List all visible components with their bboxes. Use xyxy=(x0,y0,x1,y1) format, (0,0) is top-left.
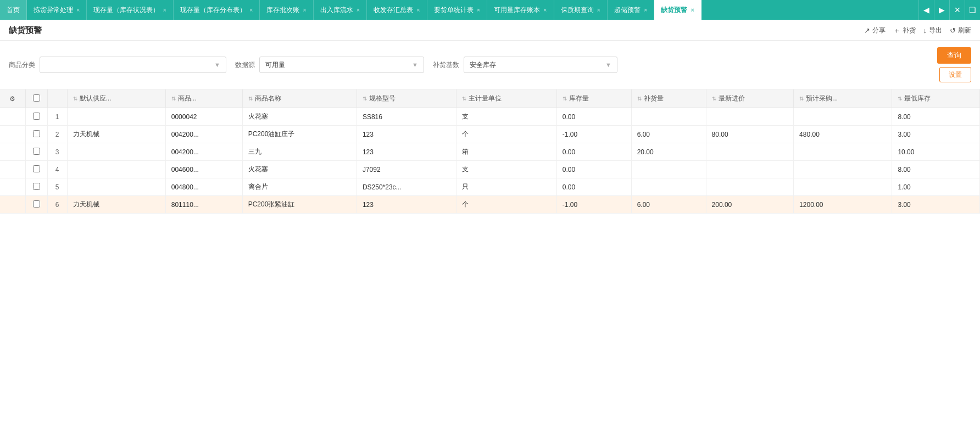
datasource-select[interactable]: 可用量 ▼ xyxy=(259,57,424,73)
col-header-replenish_qty[interactable]: ⇅补货量 xyxy=(631,89,706,108)
datasource-chevron-icon: ▼ xyxy=(412,61,418,68)
tab-exception[interactable]: 拣货异常处理× xyxy=(27,0,87,20)
row-number: 2 xyxy=(47,126,67,143)
tab-close-batch-account[interactable]: × xyxy=(303,7,306,13)
tab-close-exception[interactable]: × xyxy=(76,7,80,13)
tab-close-shortage[interactable]: × xyxy=(691,7,694,13)
query-button[interactable]: 查询 xyxy=(937,47,971,64)
cell-min_stock: 3.00 xyxy=(892,126,980,143)
cell-stock_qty: 0.00 xyxy=(556,178,631,196)
cell-goods_name: PC200油缸庄子 xyxy=(242,126,357,143)
data-table: ⚙⇅默认供应...⇅商品...⇅商品名称⇅规格型号⇅主计量单位⇅库存量⇅补货量⇅… xyxy=(0,89,980,214)
tab-order-stat[interactable]: 要货单统计表× xyxy=(427,0,487,20)
cell-unit: 个 xyxy=(456,126,556,143)
row-checkbox[interactable] xyxy=(33,148,40,155)
filter-area: 商品分类 ▼ 数据源 可用量 ▼ 补货基数 安全库存 ▼ 查询 设置 xyxy=(0,41,980,89)
tab-close-btn[interactable]: ✕ xyxy=(949,0,965,20)
col-header-goods_code[interactable]: ⇅商品... xyxy=(165,89,242,108)
share-action-btn[interactable]: ↗分享 xyxy=(864,26,886,35)
tab-shortage[interactable]: 缺货预警× xyxy=(654,0,701,20)
settings-button[interactable]: 设置 xyxy=(939,67,971,82)
row-checkbox[interactable] xyxy=(33,165,40,172)
col-header-est_purchase[interactable]: ⇅预计采购... xyxy=(794,89,892,108)
category-filter-label: 商品分类 xyxy=(9,60,35,70)
table-row: 4004600...火花塞J7092支0.008.00 xyxy=(0,161,980,178)
cell-goods_name: PC200张紧油缸 xyxy=(242,196,357,214)
cell-stock_qty: 0.00 xyxy=(556,161,631,178)
category-chevron-icon: ▼ xyxy=(214,61,220,68)
row-check-cell[interactable] xyxy=(25,126,47,143)
cell-min_stock: 1.00 xyxy=(892,178,980,196)
table-container: ⚙⇅默认供应...⇅商品...⇅商品名称⇅规格型号⇅主计量单位⇅库存量⇅补货量⇅… xyxy=(0,89,980,437)
tab-avail-stock[interactable]: 可用量库存账本× xyxy=(487,0,554,20)
sort-icon-goods_code: ⇅ xyxy=(171,96,176,102)
sort-icon-goods_name: ⇅ xyxy=(248,96,253,102)
table-row: 3004200...三九123箱0.0020.0010.00 xyxy=(0,143,980,161)
tab-close-stock-status[interactable]: × xyxy=(163,7,166,13)
col-header-min_stock[interactable]: ⇅最低库存 xyxy=(892,89,980,108)
cell-goods_name: 火花塞 xyxy=(242,161,357,178)
refresh-action-btn[interactable]: ↺刷新 xyxy=(950,26,971,35)
row-check-cell[interactable] xyxy=(25,143,47,161)
replenish-chevron-icon: ▼ xyxy=(605,61,611,68)
gear-icon[interactable]: ⚙ xyxy=(5,95,20,103)
row-checkbox[interactable] xyxy=(33,130,40,137)
cell-goods_name: 三九 xyxy=(242,143,357,161)
tab-close-avail-stock[interactable]: × xyxy=(543,7,547,13)
tab-nav-buttons: ◀ ▶ ✕ ❏ xyxy=(918,0,980,20)
category-select[interactable]: ▼ xyxy=(40,57,226,73)
table-row: 10000042火花塞SS816支0.008.00 xyxy=(0,108,980,126)
tab-batch-account[interactable]: 库存批次账× xyxy=(260,0,313,20)
tab-fullscreen-btn[interactable]: ❏ xyxy=(965,0,980,20)
cell-goods_code: 801110... xyxy=(165,196,242,214)
replenish-action-btn[interactable]: ＋补货 xyxy=(893,26,916,36)
datasource-select-text: 可用量 xyxy=(265,60,408,70)
row-checkbox[interactable] xyxy=(33,200,40,208)
row-check-cell[interactable] xyxy=(25,178,47,196)
tab-next-btn[interactable]: ▶ xyxy=(934,0,949,20)
tab-close-overstock[interactable]: × xyxy=(644,7,647,13)
tab-stock-status[interactable]: 现存量（库存状况表）× xyxy=(87,0,173,20)
cell-spec: DS250*23c... xyxy=(357,178,456,196)
export-label: 导出 xyxy=(929,26,942,35)
row-gear-cell xyxy=(0,161,25,178)
replenish-select[interactable]: 安全库存 ▼ xyxy=(464,57,617,73)
col-header-unit[interactable]: ⇅主计量单位 xyxy=(456,89,556,108)
col-header-stock_qty[interactable]: ⇅库存量 xyxy=(556,89,631,108)
row-number: 4 xyxy=(47,161,67,178)
export-action-btn[interactable]: ↓导出 xyxy=(923,26,943,35)
cell-est_purchase xyxy=(794,161,892,178)
col-header-gear: ⚙ xyxy=(0,89,25,108)
col-header-supplier[interactable]: ⇅默认供应... xyxy=(67,89,165,108)
cell-min_stock: 8.00 xyxy=(892,108,980,126)
col-header-latest_price[interactable]: ⇅最新进价 xyxy=(706,89,794,108)
select-all-checkbox[interactable] xyxy=(33,94,40,102)
tab-close-order-stat[interactable]: × xyxy=(477,7,480,13)
tab-close-recv-send[interactable]: × xyxy=(416,7,420,13)
cell-goods_name: 离合片 xyxy=(242,178,357,196)
col-header-spec[interactable]: ⇅规格型号 xyxy=(357,89,456,108)
tab-close-expiry[interactable]: × xyxy=(597,7,600,13)
tab-overstock[interactable]: 超储预警× xyxy=(608,0,654,20)
tab-in-out-flow[interactable]: 出入库流水× xyxy=(314,0,367,20)
tab-close-in-out-flow[interactable]: × xyxy=(357,7,360,13)
share-icon: ↗ xyxy=(864,26,870,35)
tab-recv-send[interactable]: 收发存汇总表× xyxy=(367,0,427,20)
tab-stock-dist[interactable]: 现存量（库存分布表）× xyxy=(174,0,260,20)
tab-prev-btn[interactable]: ◀ xyxy=(918,0,934,20)
col-header-goods_name[interactable]: ⇅商品名称 xyxy=(242,89,357,108)
tab-home[interactable]: 首页 xyxy=(0,0,27,20)
replenish-select-text: 安全库存 xyxy=(470,60,601,70)
table-row: 5004800...离合片DS250*23c...只0.001.00 xyxy=(0,178,980,196)
row-number: 5 xyxy=(47,178,67,196)
tab-expiry[interactable]: 保质期查询× xyxy=(554,0,608,20)
cell-spec: 123 xyxy=(357,196,456,214)
row-checkbox[interactable] xyxy=(33,113,40,120)
row-check-cell[interactable] xyxy=(25,196,47,214)
cell-stock_qty: 0.00 xyxy=(556,108,631,126)
row-check-cell[interactable] xyxy=(25,108,47,126)
row-checkbox[interactable] xyxy=(33,183,40,190)
row-check-cell[interactable] xyxy=(25,161,47,178)
tab-close-stock-dist[interactable]: × xyxy=(249,7,253,13)
cell-spec: 123 xyxy=(357,143,456,161)
